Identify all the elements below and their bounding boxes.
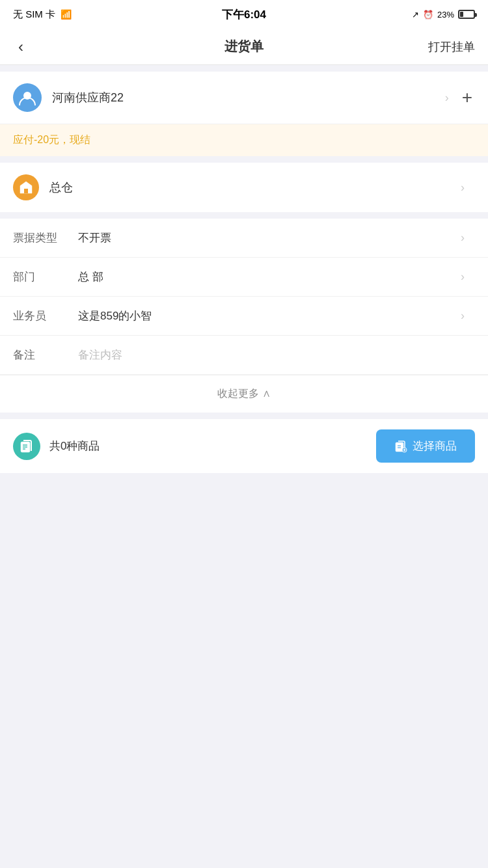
department-chevron-icon: › — [461, 270, 465, 284]
warehouse-icon — [13, 174, 39, 200]
invoice-type-row[interactable]: 票据类型 不开票 › — [0, 219, 488, 258]
status-bar-right: ↗ ⏰ 23% — [412, 10, 475, 20]
invoice-type-value: 不开票 — [78, 230, 461, 245]
select-product-icon — [394, 440, 407, 453]
wifi-icon: 📶 — [61, 9, 72, 20]
remark-row[interactable]: 备注 备注内容 — [0, 336, 488, 375]
notice-banner: 应付-20元，现结 — [0, 124, 488, 156]
battery-icon — [458, 10, 475, 19]
invoice-type-label: 票据类型 — [13, 230, 78, 245]
warehouse-row[interactable]: 总仓 › — [0, 163, 488, 212]
select-product-label: 选择商品 — [413, 439, 457, 454]
department-value: 总 部 — [78, 269, 461, 284]
supplier-avatar — [13, 83, 42, 112]
remark-label: 备注 — [13, 347, 78, 362]
nav-bar: ‹ 进货单 打开挂单 — [0, 29, 488, 65]
section-gap-1 — [0, 156, 488, 163]
product-count-text: 共0种商品 — [49, 439, 100, 454]
page-title: 进货单 — [224, 38, 264, 55]
status-bar: 无 SIM 卡 📶 下午6:04 ↗ ⏰ 23% — [0, 0, 488, 29]
status-bar-time: 下午6:04 — [222, 7, 266, 22]
salesperson-value: 这是859的小智 — [78, 308, 461, 323]
salesperson-row[interactable]: 业务员 这是859的小智 › — [0, 297, 488, 336]
department-row[interactable]: 部门 总 部 › — [0, 258, 488, 297]
open-pending-button[interactable]: 打开挂单 — [428, 39, 475, 55]
supplier-row[interactable]: 河南供应商22 › + — [0, 72, 488, 124]
salesperson-chevron-icon: › — [461, 309, 465, 323]
supplier-chevron-icon: › — [445, 91, 449, 105]
location-icon: ↗ — [412, 10, 419, 20]
product-count-container: 共0种商品 — [13, 433, 100, 460]
bottom-bar: 共0种商品 选择商品 — [0, 419, 488, 473]
collapse-text: 收起更多 ∧ — [217, 387, 270, 401]
notice-text: 应付-20元，现结 — [13, 134, 90, 145]
salesperson-label: 业务员 — [13, 308, 78, 323]
supplier-name: 河南供应商22 — [52, 90, 445, 105]
carrier-text: 无 SIM 卡 — [13, 8, 55, 21]
section-divider-1 — [0, 65, 488, 72]
battery-text: 23% — [437, 10, 454, 20]
supplier-section: 河南供应商22 › + 应付-20元，现结 — [0, 72, 488, 156]
department-label: 部门 — [13, 269, 78, 284]
svg-rect-1 — [24, 189, 28, 193]
invoice-type-chevron-icon: › — [461, 231, 465, 245]
add-supplier-button[interactable]: + — [459, 87, 475, 108]
section-gap-2 — [0, 212, 488, 219]
form-section: 票据类型 不开票 › 部门 总 部 › 业务员 这是859的小智 › 备注 备注… — [0, 219, 488, 413]
warehouse-chevron-icon: › — [461, 181, 465, 195]
page-background — [0, 473, 488, 668]
status-bar-left: 无 SIM 卡 📶 — [13, 8, 72, 21]
remark-input[interactable]: 备注内容 — [78, 347, 475, 362]
warehouse-name: 总仓 — [49, 180, 461, 195]
product-count-icon — [13, 433, 40, 460]
collapse-button[interactable]: 收起更多 ∧ — [0, 375, 488, 413]
back-button[interactable]: ‹ — [13, 33, 29, 61]
alarm-icon: ⏰ — [423, 10, 433, 20]
section-gap-3 — [0, 413, 488, 419]
warehouse-section: 总仓 › — [0, 163, 488, 212]
select-product-button[interactable]: 选择商品 — [376, 429, 475, 463]
